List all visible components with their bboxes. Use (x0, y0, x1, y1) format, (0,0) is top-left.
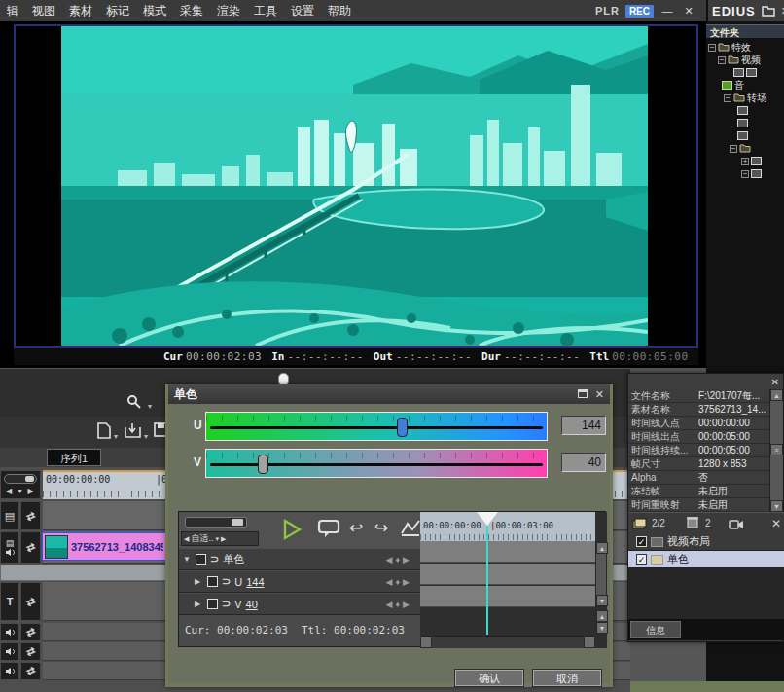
reset-icon[interactable]: ⊃ (222, 598, 231, 610)
left-arrow-icon[interactable]: ◀ (184, 535, 189, 543)
u-slider[interactable] (205, 412, 548, 441)
track-height-toggle[interactable] (4, 474, 37, 484)
menu-edit[interactable]: 辑 (0, 3, 25, 19)
close-icon[interactable]: ✕ (595, 388, 604, 401)
loop-out-icon[interactable]: ↪ (374, 518, 398, 541)
tree-item[interactable]: + (706, 155, 784, 167)
loop-in-icon[interactable]: ↩ (349, 518, 373, 541)
v-scrollbar[interactable]: ▲ ▼ (595, 541, 607, 607)
expand-open-icon[interactable]: ▼ (183, 555, 192, 564)
scroll-up-icon[interactable]: ▲ (596, 610, 608, 622)
chevron-down-icon[interactable]: ▾ (148, 402, 152, 411)
export-icon[interactable] (125, 422, 142, 440)
tree-item[interactable] (706, 104, 784, 117)
comment-icon[interactable] (317, 518, 340, 541)
reset-icon[interactable]: ⊃ (222, 575, 231, 588)
menu-help[interactable]: 帮助 (321, 3, 358, 19)
tree-item-clip[interactable] (706, 66, 784, 79)
keyframe-nav[interactable]: ◀♦▶ (386, 577, 420, 587)
scroll-up-icon[interactable]: ▲ (770, 389, 783, 401)
patch-cell[interactable]: ⇄ (20, 582, 41, 621)
row-value[interactable]: 40 (246, 599, 258, 610)
collapse-icon[interactable]: − (718, 56, 726, 64)
keyframe-enable-checkbox[interactable] (207, 599, 218, 609)
h-scrollbar[interactable] (420, 636, 595, 648)
menu-capture[interactable]: 采集 (173, 3, 210, 19)
expand-closed-icon[interactable]: ▶ (195, 577, 203, 586)
expand-icon[interactable]: + (741, 158, 749, 165)
keyframe-enable-checkbox[interactable] (207, 576, 218, 587)
plr-mode-button[interactable]: PLR (595, 5, 620, 17)
ruler-nav-arrows[interactable]: ◀ ▾ ▶ (6, 487, 36, 495)
scroll-left-button[interactable] (420, 637, 432, 648)
play-icon[interactable] (280, 518, 303, 541)
collapse-icon[interactable]: − (741, 170, 749, 178)
menu-mode[interactable]: 模式 (136, 3, 173, 19)
u-value-field[interactable] (561, 416, 606, 435)
right-arrow-icon[interactable]: ▶ (221, 535, 226, 543)
scroll-down-icon[interactable]: ▼ (596, 595, 608, 606)
zoom-slider[interactable] (185, 517, 247, 528)
clip-pages-icon[interactable] (632, 518, 647, 529)
video-track-header[interactable]: ▤ (0, 501, 19, 530)
scroll-right-button[interactable] (584, 637, 595, 648)
cancel-button[interactable]: 取消 (533, 670, 601, 686)
chevron-down-icon[interactable]: ▾ (144, 432, 148, 441)
u-slider-thumb[interactable] (397, 418, 408, 437)
playhead-triangle[interactable] (477, 512, 498, 526)
title-track-header[interactable]: T (0, 582, 19, 621)
keyframe-row-monochrome[interactable]: ▼ ⊃ 单色 ◀♦▶ (179, 549, 420, 570)
scroll-thumb[interactable]: ≡ (770, 444, 783, 455)
new-sequence-icon[interactable] (97, 422, 115, 440)
keyframe-row-u[interactable]: ▶ ⊃ U 144 ◀♦▶ (179, 571, 420, 593)
keyframe-enable-checkbox[interactable] (196, 554, 206, 565)
palette-titlebar[interactable]: ✕ (628, 374, 783, 389)
reset-icon[interactable]: ⊃ (210, 553, 219, 565)
patch-cell[interactable]: ⇄ (20, 531, 41, 564)
properties-scrollbar[interactable]: ▲ ≡ ▼ (769, 389, 783, 512)
patch-cell[interactable]: ⇄ (20, 623, 41, 641)
menu-settings[interactable]: 设置 (284, 3, 321, 19)
interpolation-dropdown[interactable]: ◀ 自适.. ▾ ▶ (181, 531, 259, 546)
keyframe-lane[interactable] (420, 586, 595, 607)
keyframe-lane[interactable] (420, 541, 595, 563)
folder-icon[interactable] (762, 6, 775, 17)
keyframe-nav[interactable]: ◀♦▶ (386, 600, 420, 609)
v-slider-thumb[interactable] (258, 455, 268, 474)
collapse-icon[interactable]: − (730, 145, 737, 153)
tab-sequence-1[interactable]: 序列1 (47, 449, 101, 466)
restore-icon[interactable] (578, 388, 588, 400)
rec-mode-button[interactable]: REC (625, 5, 654, 18)
tree-item[interactable] (706, 117, 784, 129)
patch-cell[interactable]: ⇄ (20, 642, 41, 661)
menu-clip[interactable]: 素材 (62, 3, 99, 19)
scroll-up-icon[interactable]: ▲ (596, 542, 608, 554)
audio-track-header[interactable] (0, 623, 19, 641)
effect-row-video-layout[interactable]: ✓ 视频布局 (628, 533, 784, 551)
row-value[interactable]: 144 (246, 576, 264, 588)
timeline-clip[interactable]: 37562713_1408345 (42, 532, 166, 561)
effect-row-monochrome[interactable]: ✓ 单色 (628, 551, 784, 568)
tree-item[interactable] (706, 129, 784, 142)
v-value-field[interactable] (561, 453, 606, 472)
confirm-button[interactable]: 确认 (455, 670, 523, 686)
menu-tools[interactable]: 工具 (247, 3, 284, 19)
tree-item-transition[interactable]: − 转场 (706, 91, 784, 104)
keyframe-ruler[interactable]: 00:00:00:00 |00:00:03:00 (420, 512, 595, 541)
menu-marker[interactable]: 标记 (99, 3, 136, 19)
zoom-tool-icon[interactable] (126, 394, 144, 412)
menu-render[interactable]: 渲染 (210, 3, 247, 19)
v-scrollbar-lower[interactable]: ▲ ▼ (595, 609, 607, 635)
camera-icon[interactable] (729, 518, 744, 529)
chevron-down-icon[interactable]: ▾ (114, 432, 118, 441)
effect-stack-icon[interactable] (686, 517, 700, 529)
scroll-down-icon[interactable]: ▼ (596, 622, 608, 634)
va-track-header[interactable]: ▤ (0, 531, 19, 564)
keyframe-lane[interactable] (420, 564, 595, 585)
v-slider[interactable] (205, 449, 548, 478)
keyframe-row-v[interactable]: ▶ ⊃ V 40 ◀♦▶ (179, 594, 420, 615)
collapse-icon[interactable]: − (724, 94, 731, 102)
dialog-titlebar[interactable]: 单色 ✕ (168, 384, 610, 404)
minimize-icon[interactable]: — (659, 5, 675, 17)
patch-cell[interactable]: ⇄ (20, 501, 41, 530)
